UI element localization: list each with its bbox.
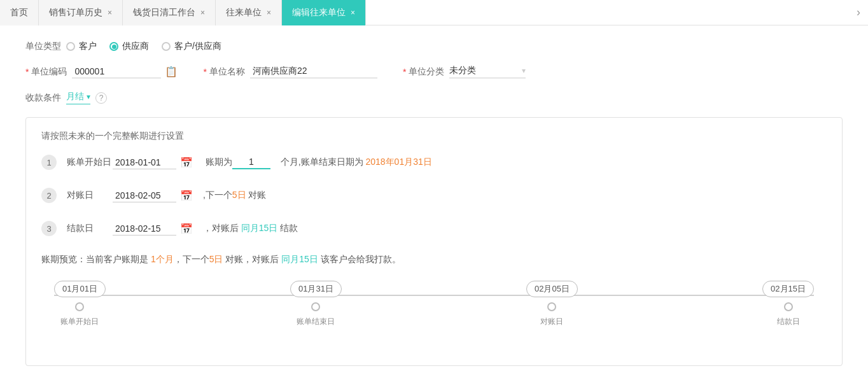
unit-name-group: * 单位名称 — [203, 65, 377, 78]
tab-home-label: 首页 — [10, 7, 28, 18]
step-num-2: 2 — [41, 188, 57, 203]
timeline-tag-3: 02月05日 — [526, 281, 578, 297]
unit-code-star: * — [25, 67, 29, 77]
unit-type-label: 单位类型 — [25, 41, 61, 52]
tab-cash-work-close[interactable]: × — [200, 8, 205, 17]
unit-name-label: 单位名称 — [209, 66, 245, 78]
radio-supplier-circle — [109, 42, 118, 51]
timeline-tag-1: 01月01日 — [54, 281, 106, 297]
step-date-1[interactable] — [113, 156, 176, 169]
radio-customer-supplier-label: 客户/供应商 — [174, 41, 221, 52]
preview-highlight2: 5日 — [209, 254, 223, 264]
step-2-desc: ,下一个5日 对账 — [200, 190, 266, 201]
tab-cash-work[interactable]: 钱货日清工作台 × — [123, 0, 216, 25]
payment-select[interactable]: 月结 ▾ — [66, 91, 90, 104]
step-date-3[interactable] — [113, 222, 176, 236]
radio-customer-label: 客户 — [79, 41, 97, 52]
step-label-1: 账单开始日 — [67, 157, 113, 168]
payment-label: 收款条件 — [25, 92, 61, 104]
radio-supplier[interactable]: 供应商 — [109, 41, 149, 52]
tab-related-unit[interactable]: 往来单位 × — [216, 0, 282, 25]
timeline-node-2: 01月31日 账单结束日 — [290, 281, 342, 327]
step-1-unit: 个月,账单结束日期为 2018年01月31日 — [278, 157, 432, 168]
unit-info-row: * 单位编码 📋 * 单位名称 * 单位分类 未分类 ▾ — [25, 65, 843, 78]
tab-sales-history[interactable]: 销售订单历史 × — [39, 0, 123, 25]
timeline: 01月01日 账单开始日 01月31日 账单结束日 02月05日 对账日 — [41, 281, 827, 353]
step-label-2: 对账日 — [67, 190, 113, 201]
unit-category-star: * — [403, 67, 406, 77]
timeline-label-3: 对账日 — [540, 316, 563, 327]
tab-related-unit-close[interactable]: × — [267, 8, 271, 17]
timeline-label-1: 账单开始日 — [60, 316, 99, 327]
tabs-more-button[interactable]: › — [849, 0, 868, 25]
unit-category-arrow: ▾ — [522, 66, 526, 75]
tab-cash-work-label: 钱货日清工作台 — [133, 7, 195, 18]
unit-category-select[interactable]: 未分类 ▾ — [449, 65, 526, 78]
unit-code-label: 单位编码 — [31, 66, 67, 78]
payment-value: 月结 — [66, 91, 84, 102]
step-row-1: 1 账单开始日 📅 账期为 个月,账单结束日期为 2018年01月31日 — [41, 155, 827, 170]
unit-type-radio-group: 客户 供应商 客户/供应商 — [66, 41, 221, 52]
tab-sales-history-label: 销售订单历史 — [49, 7, 102, 18]
unit-code-input[interactable] — [72, 65, 161, 78]
panel-hint: 请按照未来的一个完整帐期进行设置 — [41, 130, 827, 142]
step-label-3: 结款日 — [67, 223, 113, 234]
unit-code-group: * 单位编码 📋 — [25, 65, 178, 78]
tab-related-unit-label: 往来单位 — [226, 7, 262, 18]
unit-type-row: 单位类型 客户 供应商 客户/供应商 — [25, 41, 843, 52]
step-num-3: 3 — [41, 221, 57, 236]
timeline-dot-2 — [311, 302, 320, 311]
preview-text: 账期预览：当前客户账期是 1个月，下一个5日 对账，对账后 同月15日 该客户会… — [41, 254, 827, 265]
payment-row: 收款条件 月结 ▾ ? — [25, 91, 843, 104]
tab-home[interactable]: 首页 — [0, 0, 39, 25]
step-calendar-1[interactable]: 📅 — [180, 157, 193, 169]
settings-panel: 请按照未来的一个完整帐期进行设置 1 账单开始日 📅 账期为 个月,账单结束日期… — [25, 117, 843, 366]
timeline-label-4: 结款日 — [777, 316, 800, 327]
main-content: 单位类型 客户 供应商 客户/供应商 * 单位编码 📋 * 单位名称 — [0, 25, 868, 387]
timeline-node-3: 02月05日 对账日 — [526, 281, 578, 327]
radio-customer-circle — [66, 42, 75, 51]
radio-customer[interactable]: 客户 — [66, 41, 97, 52]
unit-code-icon[interactable]: 📋 — [165, 66, 178, 78]
radio-customer-supplier[interactable]: 客户/供应商 — [162, 41, 221, 52]
tabs-bar: 首页 销售订单历史 × 钱货日清工作台 × 往来单位 × 编辑往来单位 × › — [0, 0, 868, 25]
timeline-tag-4: 02月15日 — [762, 281, 814, 297]
period-input[interactable] — [232, 155, 270, 169]
tab-sales-history-close[interactable]: × — [108, 8, 112, 17]
payment-arrow: ▾ — [87, 92, 90, 101]
step-date-2[interactable] — [113, 189, 176, 202]
timeline-dot-1 — [75, 302, 84, 311]
step-calendar-2[interactable]: 📅 — [180, 190, 193, 202]
step-1-middle: 账期为 — [200, 157, 232, 168]
step-calendar-3[interactable]: 📅 — [180, 223, 193, 235]
step-3-desc: ，对账后 同月15日 结款 — [200, 223, 298, 234]
radio-customer-supplier-circle — [162, 42, 171, 51]
tab-edit-unit-close[interactable]: × — [351, 8, 355, 17]
unit-category-value: 未分类 — [449, 65, 522, 76]
timeline-node-4: 02月15日 结款日 — [762, 281, 814, 327]
preview-highlight1: 1个月 — [151, 254, 174, 264]
unit-name-input[interactable] — [250, 65, 377, 78]
timeline-node-1: 01月01日 账单开始日 — [54, 281, 106, 327]
radio-supplier-label: 供应商 — [122, 41, 149, 52]
payment-help-icon[interactable]: ? — [95, 92, 107, 104]
tab-edit-unit-label: 编辑往来单位 — [292, 7, 346, 18]
timeline-label-2: 账单结束日 — [297, 316, 335, 327]
tab-edit-unit[interactable]: 编辑往来单位 × — [282, 0, 366, 25]
timeline-tag-2: 01月31日 — [290, 281, 342, 297]
unit-name-star: * — [203, 67, 206, 77]
timeline-dot-4 — [784, 302, 793, 311]
timeline-dot-3 — [547, 302, 556, 311]
step-row-3: 3 结款日 📅 ，对账后 同月15日 结款 — [41, 221, 827, 236]
step-row-2: 2 对账日 📅 ,下一个5日 对账 — [41, 188, 827, 203]
preview-highlight3: 同月15日 — [281, 254, 318, 264]
unit-category-group: * 单位分类 未分类 ▾ — [403, 65, 526, 78]
unit-category-label: 单位分类 — [409, 66, 444, 78]
step-num-1: 1 — [41, 155, 57, 170]
